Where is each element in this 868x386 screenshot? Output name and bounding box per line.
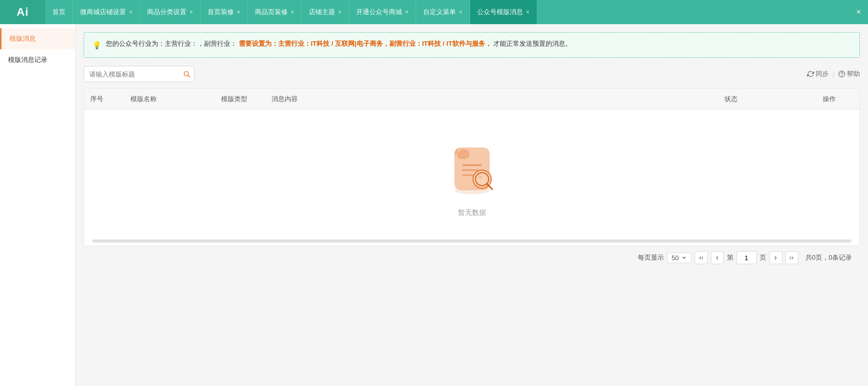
app-logo: Ai: [0, 0, 45, 24]
page-di-label: 第: [727, 253, 733, 262]
th-status: 状态: [718, 95, 799, 104]
alert-content: 您的公众号行业为：主营行业：，副营行业： 需要设置为：主营行业：IT科技 / 互…: [106, 39, 572, 49]
nav-tab-7[interactable]: 自定义菜单×: [416, 0, 470, 24]
alert-icon: 💡: [92, 39, 102, 51]
search-input-wrap: [84, 66, 194, 82]
first-page-icon: [698, 255, 704, 261]
page-size-value: 50: [672, 254, 679, 262]
total-info: 共0页，0条记录: [806, 253, 852, 262]
help-button[interactable]: 帮助: [838, 69, 860, 79]
prev-page-button[interactable]: [711, 251, 724, 264]
nav-tab-8[interactable]: 公众号模版消息×: [470, 0, 537, 24]
tab-close-icon-7[interactable]: ×: [459, 9, 462, 16]
nav-tab-6[interactable]: 开通公众号商城×: [349, 0, 416, 24]
last-page-icon: [789, 255, 794, 261]
sync-button[interactable]: 同步: [807, 69, 829, 79]
alert-highlight: 需要设置为：主营行业：IT科技 / 互联网|电子商务，副营行业：IT科技 / I…: [239, 40, 492, 47]
nav-tab-4[interactable]: 商品页装修×: [248, 0, 302, 24]
tab-close-icon-1[interactable]: ×: [129, 9, 132, 16]
nav-tab-0[interactable]: 首页: [45, 0, 73, 24]
content-area: 💡 您的公众号行业为：主营行业：，副营行业： 需要设置为：主营行业：IT科技 /…: [76, 24, 868, 386]
page-size-label: 每页显示: [638, 253, 664, 262]
tab-close-icon-5[interactable]: ×: [338, 9, 342, 16]
tab-close-icon-3[interactable]: ×: [237, 9, 240, 16]
empty-icon: [442, 140, 502, 200]
page-number-input[interactable]: [737, 251, 757, 264]
search-input[interactable]: [84, 66, 194, 82]
main-layout: 模版消息模版消息记录 💡 您的公众号行业为：主营行业：，副营行业： 需要设置为：…: [0, 24, 868, 386]
sidebar-item-1[interactable]: 模版消息记录: [0, 49, 75, 70]
nav-tab-1[interactable]: 微商城店铺设置×: [73, 0, 140, 24]
empty-text: 暂无数据: [458, 208, 486, 217]
scroll-area[interactable]: [84, 238, 859, 246]
nav-tab-5[interactable]: 店铺主题×: [302, 0, 349, 24]
last-page-button[interactable]: [785, 251, 798, 264]
nav-tab-2[interactable]: 商品分类设置×: [140, 0, 201, 24]
search-actions: 同步 | 帮助: [807, 69, 860, 79]
chevron-down-icon: [681, 255, 687, 261]
next-page-button[interactable]: [769, 251, 782, 264]
nav-tab-3[interactable]: 首页装修×: [201, 0, 248, 24]
svg-point-11: [479, 176, 482, 179]
th-name: 模版名称: [124, 95, 215, 104]
scrollbar-track[interactable]: [92, 240, 851, 243]
th-action: 操作: [799, 95, 859, 104]
search-bar: 同步 | 帮助: [84, 66, 860, 82]
top-nav-bar: Ai 首页微商城店铺设置×商品分类设置×首页装修×商品页装修×店铺主题×开通公众…: [0, 0, 868, 24]
page-size-select[interactable]: 50: [667, 253, 691, 263]
sidebar-item-0[interactable]: 模版消息: [0, 28, 75, 49]
pagination: 每页显示 50 第 页 共0页，0条记录: [84, 246, 860, 268]
tab-close-icon-2[interactable]: ×: [189, 9, 193, 16]
table-header: 序号 模版名称 模版类型 消息内容 状态 操作: [84, 89, 859, 110]
template-table: 序号 模版名称 模版类型 消息内容 状态 操作: [84, 88, 860, 246]
page-unit-label: 页: [760, 253, 766, 262]
nav-tabs-container: 首页微商城店铺设置×商品分类设置×首页装修×商品页装修×店铺主题×开通公众号商城…: [45, 0, 849, 24]
prev-page-icon: [714, 255, 720, 261]
first-page-button[interactable]: [695, 251, 708, 264]
svg-line-1: [188, 75, 189, 77]
next-page-icon: [773, 255, 778, 261]
th-type: 模版类型: [215, 95, 265, 104]
tab-close-icon-6[interactable]: ×: [405, 9, 409, 16]
th-seq: 序号: [84, 95, 124, 104]
empty-state: 暂无数据: [84, 110, 859, 238]
th-content: 消息内容: [265, 95, 718, 104]
tab-close-icon-4[interactable]: ×: [291, 9, 294, 16]
search-button[interactable]: [183, 70, 190, 78]
tab-close-icon-8[interactable]: ×: [526, 9, 529, 16]
close-all-button[interactable]: ×: [849, 0, 868, 24]
sidebar: 模版消息模版消息记录: [0, 24, 76, 386]
industry-alert: 💡 您的公众号行业为：主营行业：，副营行业： 需要设置为：主营行业：IT科技 /…: [84, 32, 860, 58]
